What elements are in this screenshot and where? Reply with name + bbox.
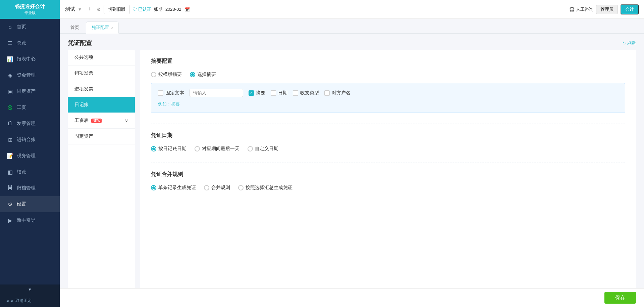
refresh-icon: ↻ <box>622 41 626 46</box>
logo-sub: 专业版 <box>24 10 36 15</box>
salary-icon: 💲 <box>7 104 13 111</box>
radio-select-label: 选择摘要 <box>197 72 216 78</box>
add-company-button[interactable]: + <box>85 5 94 14</box>
menu-label-payroll: 工资表 <box>74 118 89 124</box>
summary-section: 摘要配置 按模版摘要 选择摘要 固定文本 <box>151 58 625 113</box>
save-button[interactable]: 保存 <box>604 292 636 304</box>
radio-template-circle <box>151 72 156 77</box>
tab-home-label: 首页 <box>70 25 79 31</box>
sidebar-label-trade: 进销台账 <box>17 137 36 143</box>
expand-icon: ∨ <box>125 118 128 123</box>
sidebar-item-guide[interactable]: ▶ 新手引导 <box>0 212 60 228</box>
menu-item-sales[interactable]: 销项发票 <box>68 65 135 81</box>
company-settings-icon[interactable]: ⚙ <box>97 7 101 12</box>
checkbox-counterparty[interactable]: 对方户名 <box>324 90 351 96</box>
sidebar-item-salary[interactable]: 💲 工资 <box>0 99 60 116</box>
sidebar-item-tax[interactable]: 📝 税务管理 <box>0 148 60 164</box>
ledger-icon: ☰ <box>7 40 13 46</box>
trade-icon: ⊞ <box>7 136 13 143</box>
content-area: 公共选项 销项发票 进项发票 日记账 工资表 NEW ∨ 固定资产 <box>60 50 644 307</box>
radio-select-circle <box>190 72 195 77</box>
date-radio-period-last[interactable]: 对应期间最后一天 <box>195 146 239 152</box>
radio-custom-date-label: 自定义日期 <box>255 146 278 152</box>
sidebar-item-ledger[interactable]: ☰ 总账 <box>0 35 60 51</box>
headset-icon: 🎧 <box>569 7 575 12</box>
settings-icon: ⚙ <box>7 201 13 208</box>
main-content: 凭证配置 ↻ 刷新 公共选项 销项发票 进项发票 日记账 工资表 NEW <box>60 34 644 307</box>
sidebar-item-settings[interactable]: ⚙ 设置 <box>0 196 60 212</box>
sidebar-scroll-down[interactable]: ▼ <box>0 284 60 295</box>
right-panel: 摘要配置 按模版摘要 选择摘要 固定文本 <box>140 50 636 302</box>
radio-select-merge-label: 按照选择汇总生成凭证 <box>246 185 292 191</box>
sidebar-item-trade[interactable]: ⊞ 进销台账 <box>0 132 60 148</box>
left-menu: 公共选项 销项发票 进项发票 日记账 工资表 NEW ∨ 固定资产 <box>68 50 135 302</box>
radio-single-label: 单条记录生成凭证 <box>158 185 196 191</box>
menu-label-sales: 销项发票 <box>74 70 93 76</box>
page-title: 凭证配置 <box>68 39 92 47</box>
sidebar-label-invoice: 发票管理 <box>17 121 36 127</box>
checkbox-fixed-text[interactable]: 固定文本 <box>158 90 184 96</box>
invoice-icon: 🗒 <box>7 120 13 127</box>
menu-item-public[interactable]: 公共选项 <box>68 50 135 65</box>
sidebar-item-invoice[interactable]: 🗒 发票管理 <box>0 116 60 132</box>
sidebar-logo: 畅捷通好会计 专业版 <box>0 0 60 19</box>
date-section: 凭证日期 按日记账日期 对应期间最后一天 自定义日期 <box>151 132 625 152</box>
sidebar-nav: ⌂ 首页 ☰ 总账 📊 报表中心 ◈ 资金管理 ▣ 固定资产 💲 工资 🗒 发票… <box>0 19 60 284</box>
merge-radio-rule[interactable]: 合并规则 <box>204 185 230 191</box>
certified-status: 🛡 已认证 <box>132 6 151 12</box>
radio-custom-date-circle <box>248 146 253 151</box>
sidebar-item-home[interactable]: ⌂ 首页 <box>0 19 60 35</box>
sidebar-item-archive[interactable]: 🗄 归档管理 <box>0 180 60 196</box>
radio-template-label: 按模版摘要 <box>158 72 182 78</box>
sidebar-item-report[interactable]: 📊 报表中心 <box>0 51 60 67</box>
radio-merge-rule-label: 合并规则 <box>211 185 230 191</box>
checkbox-summary[interactable]: ✓ 摘要 <box>249 90 265 96</box>
checkbox-date-label: 日期 <box>278 90 287 96</box>
checkbox-fixed-text-box <box>158 90 163 96</box>
sidebar-item-close[interactable]: ◧ 结账 <box>0 164 60 180</box>
menu-item-journal[interactable]: 日记账 <box>68 97 135 113</box>
checkbox-income-type[interactable]: 收支类型 <box>293 90 319 96</box>
merge-radio-single[interactable]: 单条记录生成凭证 <box>151 185 196 191</box>
tab-voucher-config[interactable]: 凭证配置 × <box>86 21 119 34</box>
menu-item-payroll[interactable]: 工资表 NEW ∨ <box>68 113 135 129</box>
tab-home[interactable]: 首页 <box>65 22 85 33</box>
calendar-icon[interactable]: 📅 <box>184 7 190 12</box>
radio-single-circle <box>151 185 156 190</box>
date-title: 凭证日期 <box>151 132 625 139</box>
fixed-text-input[interactable] <box>190 89 243 97</box>
sidebar-label-archive: 归档管理 <box>17 185 36 191</box>
sidebar-label-asset: 固定资产 <box>17 88 36 94</box>
service-button[interactable]: 🎧 人工咨询 <box>569 6 593 12</box>
radio-journal-date-label: 按日记账日期 <box>158 146 186 152</box>
sidebar-item-fund[interactable]: ◈ 资金管理 <box>0 67 60 83</box>
merge-title: 凭证合并规则 <box>151 171 625 178</box>
radio-select-merge-circle <box>238 185 244 190</box>
admin-button[interactable]: 管理员 <box>596 5 618 14</box>
date-radio-custom[interactable]: 自定义日期 <box>248 146 278 152</box>
sidebar-label-salary: 工资 <box>17 104 26 111</box>
menu-item-fixed-asset[interactable]: 固定资产 <box>68 129 135 144</box>
menu-item-purchase[interactable]: 进项发票 <box>68 81 135 97</box>
checkbox-date[interactable]: 日期 <box>271 90 287 96</box>
summary-radio-template[interactable]: 按模版摘要 <box>151 72 182 78</box>
sidebar-label-home: 首页 <box>17 24 26 30</box>
role-button[interactable]: 会计 <box>621 4 639 14</box>
switch-old-version-button[interactable]: 切到旧版 <box>104 5 130 14</box>
new-badge: NEW <box>91 119 102 123</box>
tab-voucher-config-close[interactable]: × <box>111 26 113 30</box>
date-radio-journal[interactable]: 按日记账日期 <box>151 146 186 152</box>
merge-section: 凭证合并规则 单条记录生成凭证 合并规则 按照选择汇总生成凭证 <box>151 171 625 191</box>
sidebar-label-fund: 资金管理 <box>17 72 36 78</box>
period-label: 账期 <box>154 6 163 12</box>
sidebar-label-ledger: 总账 <box>17 40 26 46</box>
summary-radio-select[interactable]: 选择摘要 <box>190 72 216 78</box>
cancel-fixed-label: 取消固定 <box>15 298 32 304</box>
checkbox-row-1: 固定文本 ✓ 摘要 日期 收支类型 <box>158 89 618 97</box>
cancel-fixed-button[interactable]: ◄◄ 取消固定 <box>0 295 60 307</box>
sidebar-item-asset[interactable]: ▣ 固定资产 <box>0 83 60 99</box>
refresh-button[interactable]: ↻ 刷新 <box>622 40 636 46</box>
merge-radio-select[interactable]: 按照选择汇总生成凭证 <box>238 185 292 191</box>
checkbox-counterparty-box <box>324 90 330 96</box>
company-dropdown-icon[interactable]: ▼ <box>78 7 82 12</box>
